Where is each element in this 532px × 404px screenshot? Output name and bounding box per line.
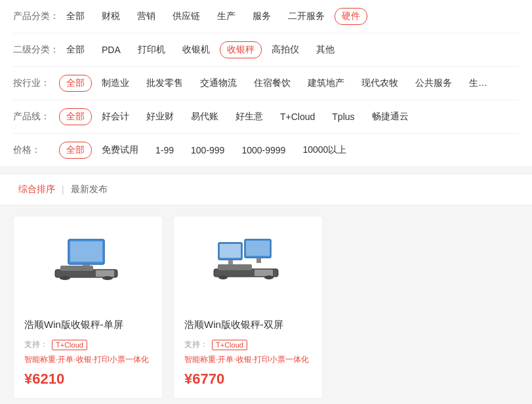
product-name-2: 浩顺Win版收银秤-双屏 [184,319,312,331]
filter-item-pda[interactable]: PDA [94,42,128,58]
product-image-2 [184,230,312,308]
filter-item-tplus[interactable]: Tplus [325,109,361,125]
filter-row-product-category: 产品分类： 全部 财税 营销 供应链 生产 服务 二开服务 硬件 [13,0,519,33]
filter-item-marketing[interactable]: 营销 [130,8,163,25]
svg-point-17 [218,275,228,279]
filter-item-price2[interactable]: 100-999 [184,142,232,158]
filter-items-sub-category: 全部 PDA 打印机 收银机 收银秤 高拍仪 其他 [59,41,342,58]
filter-item-public[interactable]: 公共服务 [408,75,459,92]
filter-label-price: 价格： [13,144,59,156]
svg-rect-15 [218,264,252,270]
filter-label-industry: 按行业： [13,77,59,89]
filter-item-transport[interactable]: 交通物流 [193,75,244,92]
filter-item-printer[interactable]: 打印机 [131,41,173,58]
filter-item-price1[interactable]: 1-99 [148,142,181,158]
product-desc-1: 智能称重·开单·收银·打印小票一体化 [24,354,152,365]
support-tag-1: T+Cloud [52,340,87,350]
filter-item-free[interactable]: 免费试用 [94,142,146,159]
product-grid: 浩顺Win版收银秤-单屏 支持： T+Cloud 智能称重·开单·收银·打印小票… [0,205,532,404]
svg-rect-4 [60,266,93,271]
filter-item-manufacturing[interactable]: 制造业 [94,75,136,92]
svg-rect-16 [255,270,273,276]
svg-rect-13 [228,260,233,265]
sort-comprehensive[interactable]: 综合排序 [13,181,60,198]
filter-label-sub-category: 二级分类： [13,44,59,56]
product-card-1[interactable]: 浩顺Win版收银秤-单屏 支持： T+Cloud 智能称重·开单·收银·打印小票… [13,216,163,399]
filter-label-product-line: 产品线： [13,111,59,123]
filter-item-hss[interactable]: 好生意 [228,108,270,125]
product-desc-2: 智能称重·开单·收银·打印小票一体化 [184,354,312,365]
product-support-2: 支持： T+Cloud [184,339,312,350]
filter-item-industry-all[interactable]: 全部 [59,75,92,92]
filter-item-other[interactable]: 其他 [309,41,342,58]
filter-item-wholesale[interactable]: 批发零售 [139,75,190,92]
filter-row-product-line: 产品线： 全部 好会计 好业财 易代账 好生意 T+Cloud Tplus 畅捷… [13,100,519,134]
filter-item-hardware[interactable]: 硬件 [335,8,367,25]
filter-row-industry: 按行业： 全部 制造业 批发零售 交通物流 住宿餐饮 建筑地产 现代农牧 公共服… [13,67,519,100]
filter-item-price-all[interactable]: 全部 [59,142,92,159]
product-price-2: ¥6770 [184,371,312,388]
filter-item-hkj[interactable]: 好会计 [94,108,136,125]
filter-item-price4[interactable]: 10000以上 [295,142,354,159]
filter-item-all[interactable]: 全部 [59,8,92,25]
filter-items-product-category: 全部 财税 营销 供应链 生产 服务 二开服务 硬件 [59,8,367,25]
filter-item-price3[interactable]: 1000-9999 [234,142,293,158]
product-price-1: ¥6210 [24,371,152,388]
filter-item-supply[interactable]: 供应链 [165,8,207,25]
filter-item-agriculture[interactable]: 现代农牧 [354,75,405,92]
filter-item-open[interactable]: 二开服务 [281,8,332,25]
filter-item-realestate[interactable]: 建筑地产 [300,75,352,92]
filter-label-product-category: 产品分类： [13,10,59,22]
filter-item-sub-all[interactable]: 全部 [59,41,92,58]
svg-rect-1 [70,241,102,262]
filter-item-tcloud[interactable]: T+Cloud [273,109,322,125]
filter-item-highcam[interactable]: 高拍仪 [264,41,306,58]
filter-item-jtty[interactable]: 畅捷通云 [365,108,416,125]
filter-item-tax[interactable]: 财税 [94,8,127,25]
svg-point-6 [60,276,70,280]
filter-items-price: 全部 免费试用 1-99 100-999 1000-9999 10000以上 [59,142,354,159]
support-label-1: 支持： [24,339,48,350]
product-card-2[interactable]: 浩顺Win版收银秤-双屏 支持： T+Cloud 智能称重·开单·收银·打印小票… [173,216,323,399]
filter-item-service[interactable]: 服务 [245,8,278,25]
sort-separator: | [62,184,64,195]
filter-item-hyc[interactable]: 好业财 [139,108,181,125]
filter-item-production[interactable]: 生产 [210,8,243,25]
filter-item-cashscale[interactable]: 收银秤 [220,41,262,58]
svg-point-18 [264,275,274,279]
product-support-1: 支持： T+Cloud [24,339,152,350]
filter-item-more[interactable]: 生… [462,75,495,92]
svg-point-7 [102,276,113,280]
filter-item-line-all[interactable]: 全部 [59,108,92,125]
filter-section: 产品分类： 全部 财税 营销 供应链 生产 服务 二开服务 硬件 二级分类： 全… [0,0,532,167]
filter-item-hospitality[interactable]: 住宿餐饮 [247,75,298,92]
support-label-2: 支持： [184,339,208,350]
sort-latest[interactable]: 最新发布 [66,181,113,198]
svg-rect-9 [246,241,270,256]
product-name-1: 浩顺Win版收银秤-单屏 [24,319,152,331]
sort-bar: 综合排序 | 最新发布 [0,174,532,205]
filter-items-industry: 全部 制造业 批发零售 交通物流 住宿餐饮 建筑地产 现代农牧 公共服务 生… [59,75,495,92]
filter-item-ydc[interactable]: 易代账 [184,108,226,125]
support-tag-2: T+Cloud [212,340,247,350]
filter-row-price: 价格： 全部 免费试用 1-99 100-999 1000-9999 10000… [13,134,519,167]
svg-rect-12 [220,244,241,258]
filter-items-product-line: 全部 好会计 好业财 易代账 好生意 T+Cloud Tplus 畅捷通云 [59,108,416,125]
filter-item-cashregister[interactable]: 收银机 [175,41,217,58]
product-image-1 [24,230,152,308]
svg-rect-10 [256,258,261,263]
svg-rect-5 [96,270,114,277]
filter-row-sub-category: 二级分类： 全部 PDA 打印机 收银机 收银秤 高拍仪 其他 [13,33,519,67]
